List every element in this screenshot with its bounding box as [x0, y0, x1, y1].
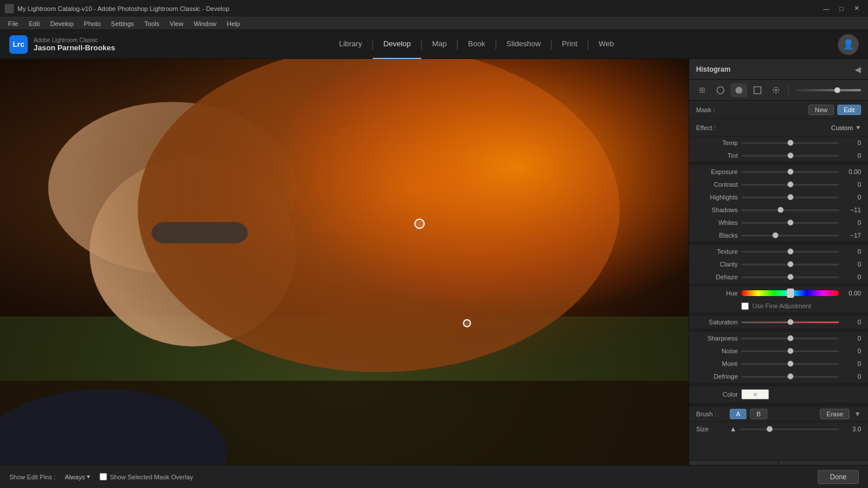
noise-thumb[interactable] — [788, 348, 793, 354]
clarity-slider[interactable] — [741, 264, 839, 265]
always-dropdown[interactable]: Always ▾ — [65, 473, 90, 480]
menu-tools[interactable]: Tools — [140, 19, 164, 28]
nav-print[interactable]: Print — [551, 30, 588, 59]
defringe-value: 0 — [843, 373, 861, 380]
defringe-thumb[interactable] — [788, 374, 793, 379]
sharpness-thumb[interactable] — [788, 335, 793, 341]
shadows-thumb[interactable] — [778, 207, 784, 213]
photo-area[interactable] — [0, 59, 689, 488]
brush-a-button[interactable]: A — [730, 409, 746, 419]
nav-web[interactable]: Web — [588, 30, 624, 59]
mask-new-button[interactable]: New — [808, 105, 834, 115]
histogram-collapse-arrow[interactable]: ◀ — [855, 65, 861, 74]
contrast-label: Contrast — [696, 181, 738, 188]
highlights-slider-row: Highlights 0 — [689, 191, 868, 204]
temp-value: 0 — [843, 139, 861, 146]
mask-pin-main[interactable] — [414, 219, 425, 229]
nav-map[interactable]: Map — [422, 30, 457, 59]
saturation-thumb[interactable] — [788, 319, 793, 325]
size-label: Size — [696, 426, 726, 432]
moire-thumb[interactable] — [788, 361, 793, 367]
fine-adjustment-checkbox[interactable] — [741, 302, 749, 310]
logo-text: Adobe Lightroom Classic Jason Parnell-Br… — [34, 37, 115, 52]
blacks-thumb[interactable] — [773, 232, 778, 238]
menu-settings[interactable]: Settings — [106, 19, 139, 28]
tool-icon-circle-empty[interactable] — [712, 83, 729, 97]
whites-slider[interactable] — [741, 222, 839, 224]
user-avatar[interactable]: 👤 — [838, 34, 859, 55]
mask-edit-button[interactable]: Edit — [837, 105, 861, 115]
tool-icon-square[interactable] — [749, 83, 766, 97]
nav-library[interactable]: Library — [329, 30, 373, 59]
menu-view[interactable]: View — [165, 19, 188, 28]
highlights-slider[interactable] — [741, 197, 839, 198]
saturation-slider[interactable] — [741, 321, 839, 323]
moire-slider[interactable] — [741, 363, 839, 365]
dehaze-slider[interactable] — [741, 276, 839, 278]
menu-develop[interactable]: Develop — [46, 19, 78, 28]
menu-photo[interactable]: Photo — [79, 19, 105, 28]
hue-thumb[interactable] — [787, 289, 794, 298]
size-thumb[interactable] — [767, 426, 773, 432]
logo-area: Lrc Adobe Lightroom Classic Jason Parnel… — [9, 35, 115, 54]
clarity-value: 0 — [843, 261, 861, 268]
color-swatch[interactable] — [741, 389, 769, 400]
exposure-slider[interactable] — [741, 171, 839, 173]
mask-pin-secondary[interactable] — [463, 319, 471, 327]
nav-book[interactable]: Book — [458, 30, 496, 59]
menu-help[interactable]: Help — [222, 19, 245, 28]
size-up-arrow[interactable]: ▲ — [730, 425, 737, 433]
texture-label: Texture — [696, 248, 738, 255]
brush-b-button[interactable]: B — [750, 409, 767, 419]
menu-edit[interactable]: Edit — [24, 19, 45, 28]
defringe-slider[interactable] — [741, 376, 839, 378]
dehaze-thumb[interactable] — [788, 274, 793, 280]
saturation-label: Saturation — [696, 319, 738, 326]
tint-value: 0 — [843, 152, 861, 159]
menu-file[interactable]: File — [3, 19, 23, 28]
menu-window[interactable]: Window — [189, 19, 221, 28]
exposure-mini-thumb[interactable] — [834, 87, 840, 93]
maximize-button[interactable]: □ — [834, 3, 848, 14]
contrast-thumb[interactable] — [788, 182, 793, 187]
blacks-slider[interactable] — [741, 235, 839, 236]
exposure-mini-slider[interactable] — [795, 89, 861, 91]
tint-thumb[interactable] — [788, 153, 793, 158]
whites-thumb[interactable] — [788, 220, 793, 225]
done-button[interactable]: Done — [818, 470, 859, 484]
brush-dropdown-arrow[interactable]: ▼ — [854, 410, 861, 418]
hue-slider[interactable] — [741, 290, 839, 296]
nav-develop[interactable]: Develop — [373, 30, 421, 59]
sharpness-slider[interactable] — [741, 338, 839, 339]
hue-slider-row: Hue 0.00 — [689, 287, 868, 300]
temp-slider[interactable] — [741, 142, 839, 144]
highlights-thumb[interactable] — [788, 194, 793, 200]
tool-icon-target[interactable] — [768, 83, 784, 97]
menubar: File Edit Develop Photo Settings Tools V… — [0, 17, 868, 30]
mask-overlay-checkbox[interactable] — [100, 473, 107, 480]
brush-row: Brush : A B Erase ▼ — [689, 406, 868, 422]
effect-dropdown[interactable]: Custom — [831, 124, 853, 131]
exposure-thumb[interactable] — [788, 169, 793, 175]
brush-erase-button[interactable]: Erase — [820, 409, 849, 419]
clarity-thumb[interactable] — [788, 261, 793, 267]
effect-label: Effect : — [696, 124, 716, 131]
noise-slider[interactable] — [741, 350, 839, 352]
tint-slider[interactable] — [741, 155, 839, 157]
temp-thumb[interactable] — [788, 140, 793, 146]
size-slider[interactable] — [740, 428, 839, 430]
shadows-value: −11 — [843, 206, 861, 213]
tool-icon-grid[interactable]: ⊞ — [694, 83, 710, 97]
minimize-button[interactable]: — — [819, 3, 833, 14]
nav-slideshow[interactable]: Slideshow — [496, 30, 551, 59]
effect-dropdown-arrow[interactable]: ▼ — [855, 124, 861, 131]
tool-icon-circle-filled[interactable] — [731, 83, 747, 97]
defringe-label: Defringe — [696, 373, 738, 380]
shadows-slider[interactable] — [741, 209, 839, 211]
sharpness-value: 0 — [843, 335, 861, 342]
texture-thumb[interactable] — [788, 249, 793, 254]
contrast-slider[interactable] — [741, 184, 839, 186]
close-button[interactable]: ✕ — [849, 3, 863, 14]
whites-slider-row: Whites 0 — [689, 216, 868, 229]
texture-slider[interactable] — [741, 251, 839, 253]
